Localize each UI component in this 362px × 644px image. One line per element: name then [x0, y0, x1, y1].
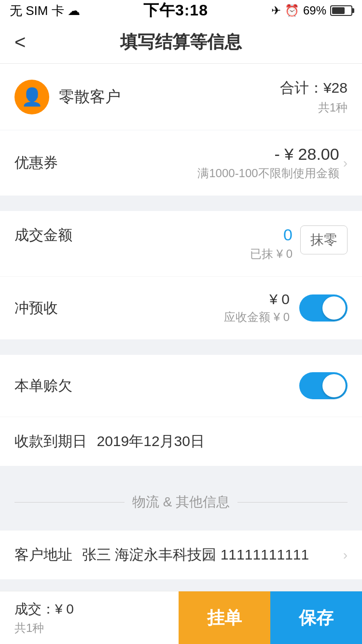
prepay-row: 冲预收 ¥ 0 应收金额 ¥ 0: [0, 277, 362, 339]
due-date-value: 2019年12月30日: [97, 433, 204, 449]
section-divider-4: [0, 523, 362, 531]
section-divider-3: [0, 474, 362, 481]
bottom-deal-label: 成交：: [14, 602, 55, 616]
credit-card: 本单赊欠 收款到期日 2019年12月30日: [0, 355, 362, 466]
credit-toggle-knob: [322, 374, 346, 397]
prepay-right: ¥ 0 应收金额 ¥ 0: [224, 291, 348, 325]
sim-signal: 无 SIM 卡 ☁: [10, 2, 80, 19]
status-right: ✈ ⏰ 69%: [271, 4, 352, 17]
credit-row: 本单赊欠: [0, 355, 362, 417]
deal-value-wrap: 0 已抹 ¥ 0: [250, 225, 292, 262]
section-divider-2: [0, 347, 362, 355]
coupon-right: - ¥ 28.00 满1000-100不限制使用金额: [197, 145, 339, 181]
credit-toggle[interactable]: [299, 372, 348, 399]
customer-row: 👤 零散客户 合计：¥28 共1种: [0, 64, 362, 130]
deal-amount-label: 成交金额: [14, 225, 72, 245]
logistics-label: 物流 & 其他信息: [132, 493, 230, 511]
section-divider-1: [0, 203, 362, 211]
deal-amount-row: 成交金额 0 已抹 ¥ 0 抹零: [0, 211, 362, 277]
battery-icon: [330, 5, 352, 16]
address-label: 客户地址: [14, 545, 72, 565]
nav-bar: < 填写结算等信息: [0, 21, 362, 64]
logistics-divider: 物流 & 其他信息: [0, 493, 362, 511]
status-left: 无 SIM 卡 ☁: [10, 2, 80, 19]
address-card[interactable]: 客户地址 张三 海淀永丰科技园 11111111111 ›: [0, 531, 362, 579]
prepay-value-wrap: ¥ 0 应收金额 ¥ 0: [224, 291, 290, 325]
address-row[interactable]: 客户地址 张三 海淀永丰科技园 11111111111 ›: [0, 531, 362, 579]
prepay-label: 冲预收: [14, 298, 58, 318]
bottom-count: 共1种: [14, 620, 164, 636]
coupon-row[interactable]: 优惠券 - ¥ 28.00 满1000-100不限制使用金额 ›: [0, 130, 362, 196]
alarm-icon: ⏰: [285, 4, 299, 17]
deal-right: 0 已抹 ¥ 0 抹零: [250, 225, 348, 262]
deal-sub: 已抹 ¥ 0: [250, 246, 292, 262]
due-date-row: 收款到期日 2019年12月30日: [0, 417, 362, 466]
customer-card: 👤 零散客户 合计：¥28 共1种 优惠券 - ¥ 28.00 满1000-10…: [0, 64, 362, 196]
divider-line-left: [14, 502, 125, 503]
credit-label: 本单赊欠: [14, 376, 72, 396]
due-date-label: 收款到期日: [14, 433, 87, 449]
bottom-deal-value: ¥ 0: [55, 602, 74, 616]
customer-left: 👤 零散客户: [14, 80, 121, 114]
coupon-desc: 满1000-100不限制使用金额: [197, 166, 339, 181]
avatar: 👤: [14, 80, 49, 114]
divider-line-right: [237, 502, 348, 503]
round-zero-button[interactable]: 抹零: [300, 225, 348, 254]
save-button[interactable]: 保存: [270, 591, 362, 644]
back-button[interactable]: <: [14, 31, 26, 53]
customer-name: 零散客户: [59, 86, 121, 108]
coupon-label: 优惠券: [14, 153, 58, 173]
total-amount: 合计：¥28: [280, 78, 348, 98]
content: 👤 零散客户 合计：¥28 共1种 优惠券 - ¥ 28.00 满1000-10…: [0, 64, 362, 644]
prepay-amount: ¥ 0: [224, 291, 290, 308]
bottom-bar: 成交：¥ 0 共1种 挂单 保存: [0, 591, 362, 644]
status-time: 下午3:18: [143, 0, 208, 21]
status-bar: 无 SIM 卡 ☁ 下午3:18 ✈ ⏰ 69%: [0, 0, 362, 21]
chevron-right-icon: ›: [343, 155, 348, 171]
address-chevron-icon: ›: [343, 547, 348, 563]
customer-right: 合计：¥28 共1种: [280, 78, 348, 115]
page-title: 填写结算等信息: [120, 30, 242, 54]
avatar-icon: 👤: [21, 87, 43, 107]
total-count: 共1种: [280, 100, 348, 115]
address-value: 张三 海淀永丰科技园 11111111111: [82, 545, 343, 565]
deal-value: 0: [250, 225, 292, 244]
location-icon: ✈: [271, 4, 281, 17]
deal-amount-card: 成交金额 0 已抹 ¥ 0 抹零 冲预收 ¥ 0 应收金额 ¥ 0: [0, 211, 362, 339]
battery-percent: 69%: [303, 4, 326, 17]
prepay-sub: 应收金额 ¥ 0: [224, 309, 290, 325]
bottom-deal: 成交：¥ 0: [14, 600, 164, 618]
bottom-info: 成交：¥ 0 共1种: [0, 591, 179, 644]
prepay-toggle[interactable]: [299, 294, 348, 322]
logistics-section: 物流 & 其他信息: [0, 481, 362, 523]
hold-button[interactable]: 挂单: [179, 591, 270, 644]
toggle-knob: [322, 296, 346, 320]
coupon-amount: - ¥ 28.00: [197, 145, 339, 164]
